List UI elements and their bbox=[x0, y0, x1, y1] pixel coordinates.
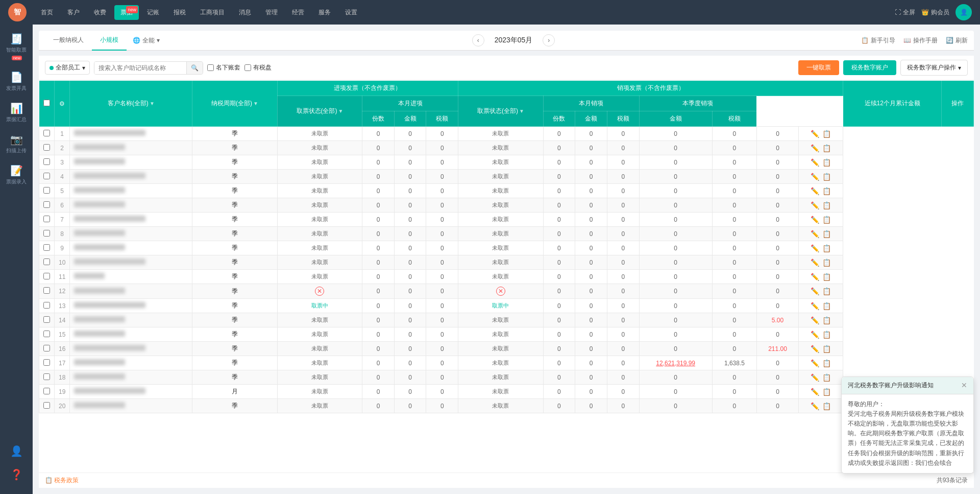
row-customer-name[interactable] bbox=[70, 184, 192, 198]
edit-icon[interactable]: ✏️ bbox=[811, 388, 819, 396]
edit-icon[interactable]: ✏️ bbox=[811, 187, 819, 195]
prev-month-button[interactable]: ‹ bbox=[472, 34, 484, 46]
row-customer-name[interactable] bbox=[70, 141, 192, 155]
row-customer-name[interactable] bbox=[70, 255, 192, 270]
copy-icon[interactable]: 📋 bbox=[822, 331, 831, 339]
row-checkbox-3[interactable] bbox=[43, 158, 50, 165]
nav-tax[interactable]: 报税 bbox=[167, 5, 192, 20]
copy-icon[interactable]: 📋 bbox=[822, 258, 831, 267]
edit-icon[interactable]: ✏️ bbox=[811, 302, 819, 310]
row-checkbox-20[interactable] bbox=[43, 402, 50, 409]
copy-icon[interactable]: 📋 bbox=[822, 216, 831, 224]
copy-icon[interactable]: 📋 bbox=[822, 316, 831, 324]
row-customer-name[interactable] bbox=[70, 299, 192, 313]
nav-accounting[interactable]: 记账 bbox=[141, 5, 165, 20]
select-all-checkbox[interactable] bbox=[43, 100, 50, 106]
sidebar-item-huizong[interactable]: 📊 票据汇总 bbox=[2, 98, 31, 127]
nav-operation[interactable]: 经营 bbox=[286, 5, 310, 20]
row-customer-name[interactable] bbox=[70, 342, 192, 356]
nav-manage[interactable]: 管理 bbox=[259, 5, 284, 20]
shuiwu-digital-button[interactable]: 税务数字账户 bbox=[843, 60, 896, 75]
copy-icon[interactable]: 📋 bbox=[822, 402, 831, 410]
edit-icon[interactable]: ✏️ bbox=[811, 287, 819, 295]
row-customer-name[interactable] bbox=[70, 170, 192, 184]
row-customer-name[interactable] bbox=[70, 313, 192, 327]
search-input[interactable] bbox=[94, 62, 186, 74]
tab-general[interactable]: 一般纳税人 bbox=[45, 31, 92, 51]
row-checkbox-15[interactable] bbox=[43, 331, 50, 337]
row-checkbox-4[interactable] bbox=[43, 173, 50, 179]
yijian-qupiao-button[interactable]: 一键取票 bbox=[798, 60, 839, 75]
edit-icon[interactable]: ✏️ bbox=[811, 331, 819, 339]
copy-icon[interactable]: 📋 bbox=[822, 287, 831, 295]
row-customer-name[interactable] bbox=[70, 213, 192, 227]
row-customer-name[interactable] bbox=[70, 327, 192, 342]
row-checkbox-19[interactable] bbox=[43, 388, 50, 394]
edit-icon[interactable]: ✏️ bbox=[811, 273, 819, 281]
shuiwu-caozuo-button[interactable]: 税务数字账户操作 ▾ bbox=[900, 60, 968, 76]
refresh-link[interactable]: 🔄 刷新 bbox=[946, 36, 968, 45]
row-checkbox-14[interactable] bbox=[43, 316, 50, 323]
row-checkbox-10[interactable] bbox=[43, 258, 50, 265]
row-checkbox-5[interactable] bbox=[43, 187, 50, 194]
row-customer-name[interactable] bbox=[70, 155, 192, 170]
search-button[interactable]: 🔍 bbox=[186, 62, 203, 74]
row-checkbox-8[interactable] bbox=[43, 230, 50, 237]
tab-all[interactable]: 🌐 全能 ▾ bbox=[127, 32, 166, 49]
edit-icon[interactable]: ✏️ bbox=[811, 144, 819, 152]
edit-icon[interactable]: ✏️ bbox=[811, 359, 819, 367]
row-checkbox-2[interactable] bbox=[43, 144, 50, 151]
edit-icon[interactable]: ✏️ bbox=[811, 345, 819, 353]
row-checkbox-9[interactable] bbox=[43, 244, 50, 251]
row-customer-name[interactable] bbox=[70, 270, 192, 284]
nav-service[interactable]: 服务 bbox=[312, 5, 337, 20]
edit-icon[interactable]: ✏️ bbox=[811, 158, 819, 167]
manual-link[interactable]: 📖 操作手册 bbox=[903, 36, 938, 45]
copy-icon[interactable]: 📋 bbox=[822, 388, 831, 396]
copy-icon[interactable]: 📋 bbox=[822, 345, 831, 353]
tab-small[interactable]: 小规模 bbox=[92, 31, 127, 51]
nav-fee[interactable]: 收费 bbox=[88, 5, 112, 20]
row-customer-name[interactable] bbox=[70, 399, 192, 413]
nav-invoice[interactable]: 票据 new bbox=[114, 5, 139, 20]
row-customer-name[interactable] bbox=[70, 241, 192, 255]
edit-icon[interactable]: ✏️ bbox=[811, 173, 819, 181]
sidebar-item-kaiju[interactable]: 📄 发票开具 bbox=[2, 67, 31, 96]
edit-icon[interactable]: ✏️ bbox=[811, 201, 819, 209]
copy-icon[interactable]: 📋 bbox=[822, 230, 831, 238]
copy-icon[interactable]: 📋 bbox=[822, 130, 831, 138]
guide-link[interactable]: 📋 新手引导 bbox=[861, 36, 895, 45]
sidebar-item-user[interactable]: 👤 bbox=[2, 441, 31, 462]
checkbox-mingxia-input[interactable] bbox=[207, 64, 214, 71]
row-checkbox-7[interactable] bbox=[43, 216, 50, 222]
row-checkbox-17[interactable] bbox=[43, 359, 50, 366]
row-customer-name[interactable] bbox=[70, 227, 192, 241]
row-customer-name[interactable] bbox=[70, 385, 192, 399]
row-customer-name[interactable] bbox=[70, 356, 192, 370]
edit-icon[interactable]: ✏️ bbox=[811, 373, 819, 382]
fullscreen-button[interactable]: ⛶ 全屏 bbox=[895, 8, 915, 17]
sidebar-item-zhiqupiao[interactable]: 🧾 智能取票 new bbox=[2, 29, 31, 65]
checkbox-mingxia[interactable]: 名下账套 bbox=[207, 63, 240, 72]
nav-message[interactable]: 消息 bbox=[233, 5, 257, 20]
copy-icon[interactable]: 📋 bbox=[822, 201, 831, 209]
checkbox-youshuipan-input[interactable] bbox=[244, 64, 251, 71]
edit-icon[interactable]: ✏️ bbox=[811, 402, 819, 410]
nav-business[interactable]: 工商项目 bbox=[194, 5, 231, 20]
copy-icon[interactable]: 📋 bbox=[822, 302, 831, 310]
nav-client[interactable]: 客户 bbox=[61, 5, 86, 20]
edit-icon[interactable]: ✏️ bbox=[811, 258, 819, 267]
copy-icon[interactable]: 📋 bbox=[822, 373, 831, 382]
row-customer-name[interactable] bbox=[70, 198, 192, 213]
sidebar-item-record[interactable]: 📝 票据录入 bbox=[2, 160, 31, 190]
next-month-button[interactable]: › bbox=[543, 34, 555, 46]
copy-icon[interactable]: 📋 bbox=[822, 158, 831, 167]
row-checkbox-18[interactable] bbox=[43, 373, 50, 380]
copy-icon[interactable]: 📋 bbox=[822, 273, 831, 281]
edit-icon[interactable]: ✏️ bbox=[811, 244, 819, 252]
nav-home[interactable]: 首页 bbox=[35, 5, 59, 20]
copy-icon[interactable]: 📋 bbox=[822, 144, 831, 152]
edit-icon[interactable]: ✏️ bbox=[811, 130, 819, 138]
row-checkbox-13[interactable] bbox=[43, 302, 50, 309]
row-checkbox-11[interactable] bbox=[43, 273, 50, 279]
